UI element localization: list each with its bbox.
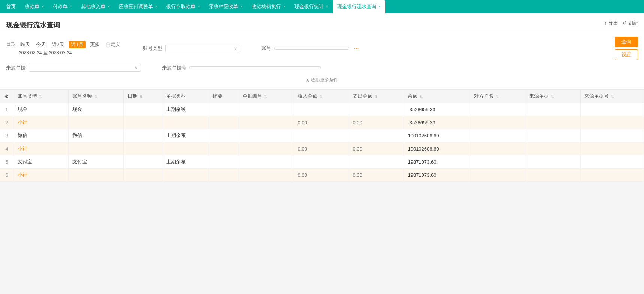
expense-cell: 0.00 [349,169,404,182]
summary-cell [209,142,239,155]
account-type-select[interactable]: ∨ [165,45,240,52]
table-row[interactable]: 1现金现金上期余额-3528659.33 [0,103,644,116]
nav-item-bank-stats[interactable]: 现金银行统计 × [290,0,333,13]
table-row[interactable]: 6小计0.000.0019871073.60 [0,169,644,182]
page-title: 现金银行流水查询 [6,21,60,30]
nav-item-home[interactable]: 首页 [2,0,20,13]
date-filter: 日期 昨天 今天 近7天 近1月 更多 自定义 2023-02-24 至 202… [6,41,122,56]
date-more[interactable]: 更多 [89,41,101,48]
nav-item-payment[interactable]: 付款单 × [48,0,77,13]
th-source-doc-no[interactable]: 来源单据号 ⇅ [580,90,644,103]
sort-icon: ⇅ [551,94,554,98]
close-icon[interactable]: × [70,0,72,13]
query-button[interactable]: 查询 [615,37,638,47]
date-1month[interactable]: 近1月 [69,41,86,48]
doc-no-cell [239,155,294,169]
account-ellipsis-button[interactable]: ··· [352,45,360,52]
refresh-button[interactable]: ↺ 刷新 [623,20,638,27]
doc-no-cell [239,129,294,142]
account-label: 账号 [261,45,271,52]
date-options-col: 昨天 今天 近7天 近1月 更多 自定义 2023-02-24 至 2023-0… [19,41,122,56]
th-account-name[interactable]: 账号名称 ⇅ [69,90,124,103]
close-icon[interactable]: × [42,0,44,13]
nav-label-adjustment: 应收应付调整单 [119,0,153,13]
expense-cell: 0.00 [349,116,404,129]
source-doc-no-input[interactable] [189,66,321,69]
table-row[interactable]: 5支付宝支付宝上期余额19871073.60 [0,155,644,169]
th-settings[interactable]: ⚙ [0,90,14,103]
close-icon[interactable]: × [108,0,110,13]
counterparty-cell [470,103,525,116]
refresh-label: 刷新 [628,20,638,27]
th-balance[interactable]: 余额 ⇅ [404,90,470,103]
close-icon[interactable]: × [155,0,158,13]
account-filter: 账号 ··· [261,45,360,52]
th-doc-type-label: 单据类型 [166,93,186,99]
th-doc-no[interactable]: 单据编号 ⇅ [239,90,294,103]
date-cell [124,155,162,169]
sort-icon: ⇅ [94,94,97,98]
th-source-doc[interactable]: 来源单据 ⇅ [525,90,581,103]
source-doc-select[interactable]: ∨ [29,64,141,72]
date-yesterday[interactable]: 昨天 [19,41,32,48]
account-name-cell: 现金 [69,103,124,116]
nav-item-bank-flow[interactable]: 现金银行流水查询 × [333,0,385,13]
nav-item-bank-deposit[interactable]: 银行存取款单 × [162,0,204,13]
table-row[interactable]: 4小计0.000.00100102606.60 [0,142,644,155]
account-type-cell: 小计 [14,142,69,155]
th-income[interactable]: 收入金额 ⇅ [294,90,349,103]
th-doc-type[interactable]: 单据类型 [162,90,209,103]
sort-icon: ⇅ [264,94,267,98]
account-type-cell: 小计 [14,116,69,129]
nav-item-other-income[interactable]: 其他收入单 × [77,0,114,13]
filter-row-1: 日期 昨天 今天 近7天 近1月 更多 自定义 2023-02-24 至 202… [6,37,638,60]
row-number: 3 [0,129,14,142]
th-counterparty[interactable]: 对方户名 ⇅ [470,90,525,103]
account-type-label: 账号类型 [143,45,162,52]
expense-cell: 0.00 [349,142,404,155]
th-expense[interactable]: 支出金额 ⇅ [349,90,404,103]
source-doc-no-filter: 来源单据号 [162,64,321,71]
source-doc-no-cell [580,142,644,155]
chevron-down-icon: ∨ [234,46,237,51]
close-icon[interactable]: × [326,0,328,13]
collapse-bar[interactable]: ∧ 收起更多条件 [6,75,638,85]
summary-cell [209,129,239,142]
nav-item-prepayment[interactable]: 预收冲应收单 × [204,0,247,13]
date-today[interactable]: 今天 [35,41,47,48]
source-doc-no-cell [580,155,644,169]
close-icon[interactable]: × [198,0,200,13]
th-date[interactable]: 日期 ⇅ [124,90,162,103]
header-row: ⚙ 账号类型 ⇅ 账号名称 ⇅ 日期 ⇅ 单据类型 摘要 [0,90,644,103]
date-custom[interactable]: 自定义 [104,41,122,48]
nav-item-receipt[interactable]: 收款单 × [20,0,48,13]
table-container: ⚙ 账号类型 ⇅ 账号名称 ⇅ 日期 ⇅ 单据类型 摘要 [0,90,644,182]
close-icon[interactable]: × [378,0,381,13]
account-name-cell [69,169,124,182]
th-account-type[interactable]: 账号类型 ⇅ [14,90,69,103]
nav-item-collection[interactable]: 收款核销执行 × [247,0,290,13]
source-doc-label: 来源单据 [6,64,26,71]
top-navigation: 首页 收款单 × 付款单 × 其他收入单 × 应收应付调整单 × 银行存取款单 … [0,0,644,13]
row-number: 2 [0,116,14,129]
source-doc-cell [525,155,581,169]
account-input[interactable] [274,47,349,50]
th-date-label: 日期 [128,93,137,99]
nav-item-adjustment[interactable]: 应收应付调整单 × [114,0,162,13]
th-summary[interactable]: 摘要 [209,90,239,103]
table-row[interactable]: 2小计0.000.00-3528659.33 [0,116,644,129]
nav-label-bank-stats: 现金银行统计 [294,0,324,13]
close-icon[interactable]: × [283,0,285,13]
settings-button[interactable]: 设置 [615,49,638,60]
sort-icon: ⇅ [496,94,499,98]
date-7days[interactable]: 近7天 [50,41,66,48]
income-cell [294,103,349,116]
table-row[interactable]: 3微信微信上期余额100102606.60 [0,129,644,142]
refresh-icon: ↺ [623,20,627,26]
close-icon[interactable]: × [240,0,243,13]
export-button[interactable]: ↑ 导出 [605,20,618,27]
filter-row-2: 来源单据 ∨ 来源单据号 [6,64,638,72]
account-name-cell [69,142,124,155]
sort-icon: ⇅ [140,94,143,98]
th-doc-no-label: 单据编号 [243,93,262,99]
